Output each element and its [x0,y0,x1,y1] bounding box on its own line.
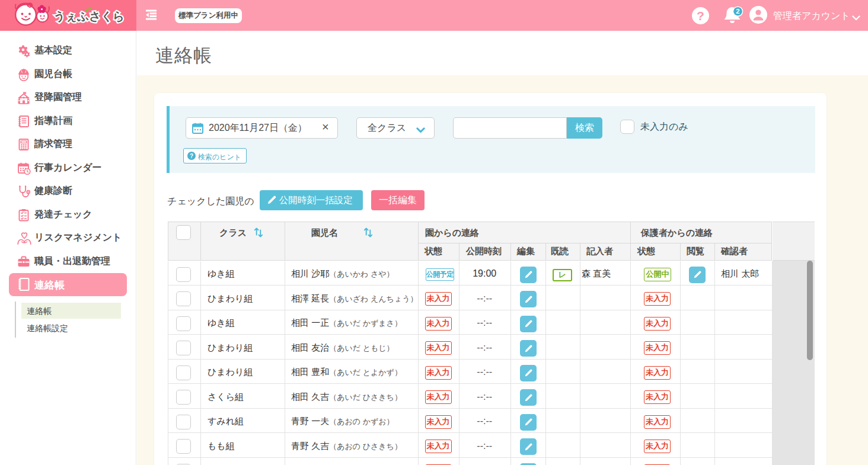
svg-text:うぇふさくら: うぇふさくら [53,9,125,23]
svg-text:?: ? [190,153,193,159]
svg-text:2: 2 [736,8,739,15]
